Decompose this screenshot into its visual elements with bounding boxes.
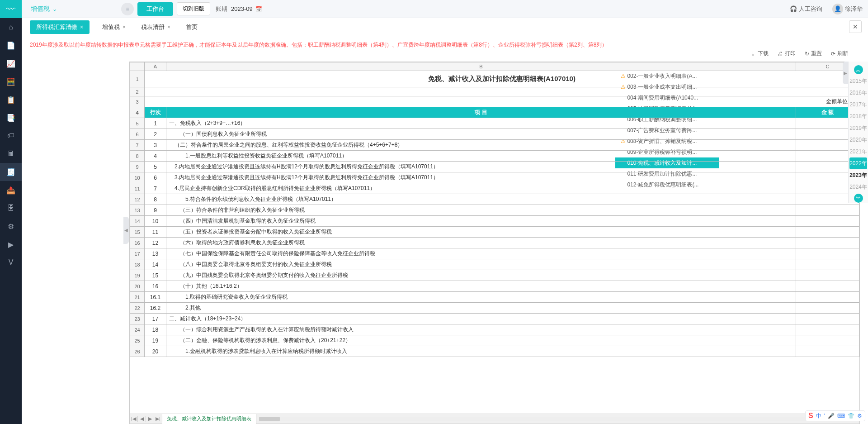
cell-hx[interactable]: 18 [145,324,166,335]
cell-amount[interactable] [796,324,859,335]
cell-hx[interactable]: 8 [145,194,166,205]
hscrollbar[interactable] [259,417,857,421]
collapse-handle[interactable]: ◀ [123,217,129,244]
cell-amount[interactable] [796,205,859,216]
year-2015年[interactable]: 2015年 [849,75,867,87]
tab-增值税[interactable]: 增值税× [99,18,128,36]
year-2017年[interactable]: 2017年 [849,99,867,110]
nav-home-icon[interactable]: ⌂ [0,18,22,36]
year-down-icon[interactable]: ︾ [854,194,863,203]
list-button[interactable]: ≡ [121,3,134,15]
calendar-icon[interactable]: 📅 [255,6,262,12]
expand-handle[interactable]: ▶ [843,62,848,84]
cell-hx[interactable]: 17 [145,314,166,324]
cell-item[interactable]: （一）国债利息收入免征企业所得税 [166,129,796,140]
nav-video-icon[interactable]: ▶ [0,235,22,253]
cell-amount[interactable] [796,238,859,248]
nav-calc-icon[interactable]: 🖩 [0,145,22,163]
close-all-tabs[interactable]: ✕ [849,20,862,33]
cell-hx[interactable]: 1 [145,118,166,129]
year-2023年[interactable]: 2023年 [849,169,867,181]
cell-item[interactable]: 1.金融机构取得的涉农贷款利息收入在计算应纳税所得额时减计收入 [166,346,796,357]
cell-item[interactable]: 3.内地居民企业通过深港通投资且连续持有H股满12个月取得的股息红利所得免征企业… [166,172,796,183]
cell-hx[interactable]: 12 [145,238,166,248]
close-icon[interactable]: × [167,24,170,30]
cell-hx[interactable]: 15 [145,270,166,281]
user-menu[interactable]: 👤 徐泽华 [830,4,863,14]
cell-item[interactable]: 一、免税收入（2+3+9+…+16） [166,118,796,129]
cell-amount[interactable] [796,314,859,324]
cell-amount[interactable] [796,346,859,357]
sheet-tab[interactable]: 免税、减计收入及加计扣除优惠明细表 [162,414,256,424]
cell-item[interactable]: （二）符合条件的居民企业之间的股息、红利等权益性投资收益免征企业所得税（4+5+… [166,140,796,151]
cell-item[interactable]: 4.居民企业持有创新企业CDR取得的股息红利所得免征企业所得税（填写A10701… [166,183,796,194]
close-icon[interactable]: × [123,24,126,30]
cell-item[interactable]: （七）中国保险保障基金有限责任公司取得的保险保障基金等收入免征企业所得税 [166,248,796,259]
cell-item[interactable]: 1.一般股息红利等权益性投资收益免征企业所得税（填写A107011） [166,151,796,162]
nav-doc-icon[interactable]: 📄 [0,36,22,54]
nav-clip-icon[interactable]: 📋 [0,91,22,109]
cell-item[interactable]: 2.其他 [166,303,796,314]
nav-chart-icon[interactable]: 📈 [0,54,22,72]
cell-hx[interactable]: 16.1 [145,292,166,303]
cell-item[interactable]: （八）中国奥委会取得北京冬奥组委支付的收入免征企业所得税 [166,259,796,270]
reset-button[interactable]: ↻重置 [805,50,822,57]
cell-item[interactable]: （五）投资者从证券投资基金分配中取得的收入免征企业所得税 [166,227,796,238]
cell-hx[interactable]: 2 [145,129,166,140]
cell-item[interactable]: （四）中国清洁发展机制基金取得的收入免征企业所得税 [166,216,796,227]
cell-amount[interactable] [796,216,859,227]
cell-item[interactable]: （十）其他（16.1+16.2） [166,281,796,292]
workspace-button[interactable]: 工作台 [137,2,173,16]
cell-item[interactable]: 5.符合条件的永续债利息收入免征企业所得税（填写A107011） [166,194,796,205]
cell-hx[interactable]: 16 [145,281,166,292]
download-button[interactable]: ⭳下载 [750,50,769,57]
cell-item[interactable]: （二）金融、保险等机构取得的涉农利息、保费减计收入（20+21+22） [166,335,796,346]
cell-hx[interactable]: 19 [145,335,166,346]
nav-report-icon[interactable]: 📑 [0,109,22,127]
cell-hx[interactable]: 10 [145,216,166,227]
nav-settings-icon[interactable]: ⚙ [0,217,22,235]
sheet-nav-prev[interactable]: ◀ [138,416,146,422]
tab-所得税汇算清缴[interactable]: 所得税汇算清缴× [30,20,90,34]
cell-hx[interactable]: 14 [145,259,166,270]
year-2018年[interactable]: 2018年 [849,110,867,122]
sheet-nav-next[interactable]: ▶ [146,416,154,422]
year-2019年[interactable]: 2019年 [849,122,867,134]
cell-hx[interactable]: 7 [145,183,166,194]
tab-税表清册[interactable]: 税表清册× [138,18,173,36]
cell-amount[interactable] [796,281,859,292]
cell-item[interactable]: 2.内地居民企业通过沪港通投资且连续持有H股满12个月取得的股息红利所得免征企业… [166,162,796,172]
cell-item[interactable]: 1.取得的基础研究资金收入免征企业所得税 [166,292,796,303]
year-2022年[interactable]: 2022年 [849,157,867,169]
year-up-icon[interactable]: ︽ [854,65,863,74]
sheet-nav-first[interactable]: |◀ [130,416,138,422]
year-2020年[interactable]: 2020年 [849,134,867,146]
cell-amount[interactable] [796,248,859,259]
cell-hx[interactable]: 11 [145,227,166,238]
sheet-nav-last[interactable]: ▶| [154,416,162,422]
support-link[interactable]: 🎧 人工咨询 [790,5,822,13]
tax-type-dropdown[interactable]: 增值税 ⌄ [27,5,118,13]
year-2021年[interactable]: 2021年 [849,146,867,157]
ime-logo-icon[interactable]: S [808,412,813,420]
cell-amount[interactable] [796,227,859,238]
nav-bag-icon[interactable]: 🧮 [0,72,22,91]
cell-hx[interactable]: 4 [145,151,166,162]
cell-hx[interactable]: 16.2 [145,303,166,314]
nav-export-icon[interactable]: 📤 [0,181,22,199]
cell-hx[interactable]: 6 [145,172,166,183]
refresh-button[interactable]: ⟳刷新 [831,50,848,57]
cell-hx[interactable]: 5 [145,162,166,172]
print-button[interactable]: 🖨打印 [778,50,796,57]
ime-lang[interactable]: 中 [816,412,821,420]
cell-item[interactable]: （三）符合条件的非营利组织的收入免征企业所得税 [166,205,796,216]
nav-archive-icon[interactable]: 🗄 [0,199,22,217]
cell-hx[interactable]: 13 [145,248,166,259]
tab-首页[interactable]: 首页 [183,18,200,36]
cell-hx[interactable]: 9 [145,205,166,216]
cell-amount[interactable] [796,270,859,281]
cell-amount[interactable] [796,335,859,346]
cell-item[interactable]: （六）取得的地方政府债券利息收入免征企业所得税 [166,238,796,248]
cell-item[interactable]: （一）综合利用资源生产产品取得的收入在计算应纳税所得额时减计收入 [166,324,796,335]
cell-hx[interactable]: 20 [145,346,166,357]
